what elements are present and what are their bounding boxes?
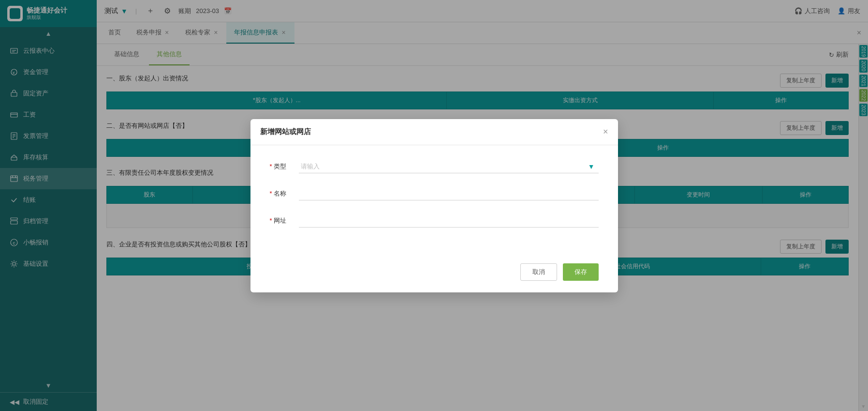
dialog-title: 新增网站或网店 [260,127,311,137]
form-row-type: * 类型 ▼ [270,160,599,173]
name-input[interactable] [299,187,599,200]
dialog-body: * 类型 ▼ * 名称 [250,145,618,256]
label-text-url: 网址 [274,217,286,224]
required-marker-type: * [270,163,272,170]
required-marker-url: * [270,217,272,224]
form-input-wrap-url [299,214,599,228]
form-label-type: * 类型 [270,162,299,171]
form-label-name: * 名称 [270,189,299,198]
form-row-url: * 网址 [270,214,599,228]
label-text-name: 名称 [274,190,286,197]
type-input[interactable] [299,160,599,173]
form-input-wrap-type: ▼ [299,160,599,173]
dialog-cancel-btn[interactable]: 取消 [520,263,557,281]
dialog-header: 新增网站或网店 × [250,119,618,145]
required-marker-name: * [270,190,272,197]
form-label-url: * 网址 [270,216,299,225]
form-row-name: * 名称 [270,187,599,200]
dialog-close-btn[interactable]: × [603,127,608,137]
dialog-overlay: 新增网站或网店 × * 类型 ▼ * 名称 [0,0,868,411]
dialog-footer: 取消 保存 [250,256,618,292]
form-input-wrap-name [299,187,599,200]
add-website-dialog: 新增网站或网店 × * 类型 ▼ * 名称 [250,119,618,292]
dialog-save-btn[interactable]: 保存 [563,263,599,281]
url-input[interactable] [299,214,599,228]
label-text-type: 类型 [274,163,286,170]
